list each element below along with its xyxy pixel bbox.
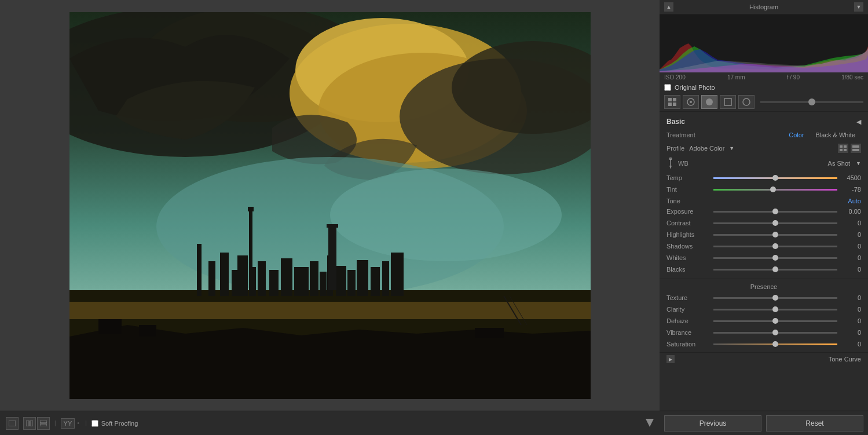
tool-slider-thumb[interactable] <box>808 98 815 105</box>
photo-canvas <box>69 12 591 399</box>
dehaze-slider-track[interactable] <box>713 320 837 322</box>
temp-slider-thumb[interactable] <box>772 175 778 181</box>
saturation-slider-thumb[interactable] <box>772 341 778 347</box>
blacks-slider-thumb[interactable] <box>772 266 778 272</box>
contrast-value: 0 <box>841 220 861 226</box>
svg-point-50 <box>743 98 750 105</box>
svg-rect-37 <box>139 325 156 337</box>
saturation-slider-track[interactable] <box>713 343 837 345</box>
view-split-horiz-btn[interactable] <box>37 417 50 430</box>
wb-value: As Shot <box>828 160 851 167</box>
toolbar-expand-btn[interactable] <box>646 419 654 428</box>
contrast-slider-thumb[interactable] <box>772 220 778 226</box>
svg-rect-42 <box>668 98 672 101</box>
basic-section-header: Basic ◀ <box>660 115 868 128</box>
view-split-btns <box>23 417 50 430</box>
temp-slider-track[interactable] <box>713 177 837 179</box>
clarity-slider-track[interactable] <box>713 309 837 310</box>
basic-panel: Basic ◀ Treatment Color Black & White Pr… <box>660 112 868 279</box>
blacks-value: 0 <box>841 266 861 273</box>
reset-button[interactable]: Reset <box>766 415 863 432</box>
treatment-color-btn[interactable]: Color <box>783 130 810 140</box>
wb-row: WB As Shot ▼ <box>660 155 868 172</box>
iso-value: ISO 200 <box>664 74 686 81</box>
photo-area <box>0 0 660 411</box>
svg-rect-25 <box>336 266 346 296</box>
vibrance-slider-track[interactable] <box>713 332 837 334</box>
texture-slider-thumb[interactable] <box>772 295 778 301</box>
treatment-bw-btn[interactable]: Black & White <box>810 130 861 140</box>
shadows-slider-thumb[interactable] <box>772 243 778 249</box>
profile-value: Adobe Color <box>689 145 724 152</box>
whites-slider-track[interactable] <box>713 257 837 259</box>
toolbar-separator-2: | <box>85 420 87 426</box>
tone-curve-collapse-icon[interactable]: ▶ <box>666 355 675 363</box>
histogram-canvas <box>660 14 868 72</box>
tool-icon-circle-fill[interactable] <box>701 95 717 109</box>
dehaze-value: 0 <box>841 317 861 324</box>
view-single-btn[interactable] <box>6 417 19 430</box>
texture-label: Texture <box>666 294 710 301</box>
xy-toggle-btn[interactable]: YY <box>61 418 75 429</box>
svg-rect-62 <box>30 421 33 426</box>
original-photo-row: Original Photo <box>660 82 868 93</box>
original-photo-checkbox[interactable] <box>664 84 671 91</box>
highlights-slider-thumb[interactable] <box>772 232 778 237</box>
tool-slider[interactable] <box>760 101 863 103</box>
dehaze-slider-thumb[interactable] <box>772 318 778 324</box>
svg-rect-33 <box>328 226 336 290</box>
highlights-row: Highlights 0 <box>660 229 868 240</box>
histogram-arrow-up[interactable]: ▲ <box>664 2 673 12</box>
exposure-slider-track[interactable] <box>713 211 837 213</box>
tool-icon-square[interactable] <box>720 95 736 109</box>
temp-value: 4500 <box>841 174 861 181</box>
wb-dropdown-arrow[interactable]: ▼ <box>856 160 861 166</box>
histogram-arrow-down[interactable]: ▼ <box>854 2 863 12</box>
blacks-slider-track[interactable] <box>713 269 837 270</box>
svg-rect-29 <box>382 261 389 296</box>
tool-icon-grid[interactable] <box>664 95 680 109</box>
tint-slider-thumb[interactable] <box>770 187 776 192</box>
svg-marker-65 <box>646 419 654 427</box>
tone-curve-title: Tone Curve <box>829 356 861 363</box>
focal-length-value: 17 mm <box>727 74 745 81</box>
presence-title: Presence <box>660 282 868 292</box>
right-panel: ▲ Histogram ▼ ISO 2 <box>660 0 868 411</box>
exposure-slider-thumb[interactable] <box>772 209 778 214</box>
highlights-label: Highlights <box>666 231 710 238</box>
svg-rect-16 <box>237 255 248 296</box>
svg-rect-21 <box>294 267 309 296</box>
shadows-slider-track[interactable] <box>713 246 837 247</box>
wb-eyedropper-icon[interactable] <box>666 156 675 170</box>
svg-rect-44 <box>668 103 672 106</box>
svg-rect-43 <box>673 98 676 101</box>
temp-row: Temp 4500 <box>660 172 868 184</box>
dehaze-label: Dehaze <box>666 317 710 324</box>
svg-rect-56 <box>852 149 859 151</box>
contrast-label: Contrast <box>666 220 710 226</box>
svg-rect-52 <box>844 145 847 148</box>
tint-slider-track[interactable] <box>713 189 837 191</box>
profile-icon-btn-2[interactable] <box>851 144 861 153</box>
whites-slider-thumb[interactable] <box>772 255 778 261</box>
contrast-slider-track[interactable] <box>713 222 837 224</box>
previous-button[interactable]: Previous <box>664 415 761 432</box>
vibrance-slider-thumb[interactable] <box>772 330 778 335</box>
texture-row: Texture 0 <box>660 292 868 304</box>
view-split-vert-btn[interactable] <box>23 417 36 430</box>
tone-auto-btn[interactable]: Auto <box>848 198 861 204</box>
tool-icon-circle-dot[interactable] <box>683 95 699 109</box>
svg-rect-12 <box>197 244 202 296</box>
highlights-value: 0 <box>841 231 861 238</box>
profile-icon-btn-1[interactable] <box>838 144 848 153</box>
highlights-slider-track[interactable] <box>713 234 837 236</box>
clarity-slider-thumb[interactable] <box>772 306 778 312</box>
texture-slider-track[interactable] <box>713 297 837 299</box>
footer-left: | YY • | Soft Proofing <box>0 411 660 435</box>
soft-proofing-checkbox[interactable] <box>91 420 98 427</box>
svg-rect-34 <box>327 224 338 228</box>
whites-label: Whites <box>666 254 710 261</box>
clarity-label: Clarity <box>666 306 710 313</box>
profile-dropdown-arrow[interactable]: ▼ <box>729 145 734 151</box>
tool-icon-circle-outline[interactable] <box>738 95 755 109</box>
